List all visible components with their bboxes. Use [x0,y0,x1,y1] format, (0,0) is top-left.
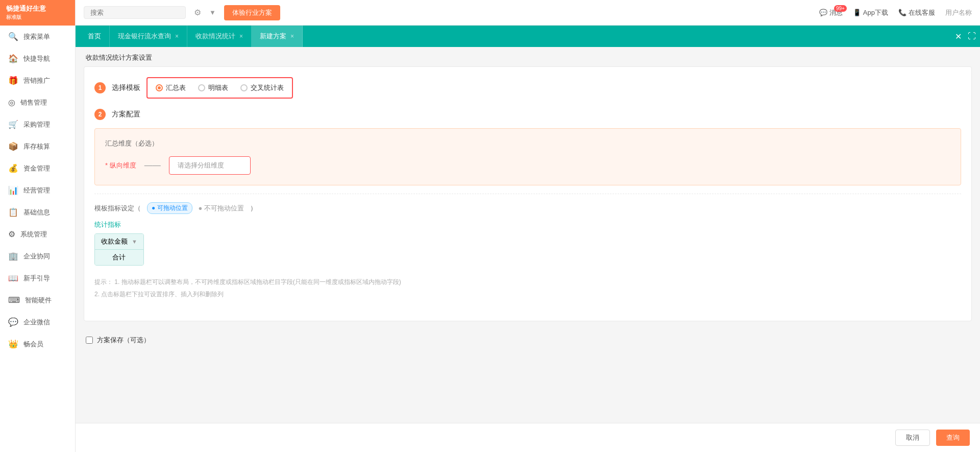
step2-title: 方案配置 [112,110,140,119]
metric-subtag-label: 合计 [112,253,126,261]
sidebar-item-label: 库存核算 [23,142,50,151]
sidebar-item-member[interactable]: 👑 畅会员 [0,333,75,355]
crown-icon: 👑 [8,339,18,349]
tab-close-icon[interactable]: ✕ [955,32,962,41]
breadcrumb: 收款情况统计方案设置 [86,54,152,61]
sidebar-item-marketing[interactable]: 🎁 营销推广 [0,69,75,91]
box-icon: 📦 [8,141,18,151]
tab-new-plan-close[interactable]: × [290,33,294,40]
search-input[interactable] [84,6,186,19]
footer-bar: 取消 查询 [76,423,980,452]
dropdown-icon[interactable]: ▼ [209,9,216,16]
draggable-badge: ● 可拖动位置 [147,202,192,214]
metric-tag-label: 收款金额 [101,237,128,246]
sidebar-item-sales[interactable]: ◎ 销售管理 [0,91,75,113]
sidebar-item-label: 经营管理 [23,186,50,195]
metric-subtag-row[interactable]: 合计 [95,250,143,265]
tab-home-label: 首页 [88,32,101,41]
chat-icon: 💬 [8,317,18,327]
keyboard-icon: ⌨ [8,295,20,305]
sidebar-item-purchase[interactable]: 🛒 采购管理 [0,113,75,135]
sidebar-item-search[interactable]: 🔍 搜索菜单 [0,26,75,47]
step2-num: 2 [94,109,106,120]
sidebar-item-inventory[interactable]: 📦 库存核算 [0,135,75,157]
sidebar-item-label: 采购管理 [23,120,50,129]
list-icon: 📋 [8,207,18,217]
tab-bank-flow[interactable]: 现金银行流水查询 × [110,26,187,47]
user-name: 用户名称 [945,9,972,16]
tab-bank-flow-label: 现金银行流水查询 [118,32,171,41]
top-header: ⚙ ▼ 体验行业方案 💬 消息 99+ 📱 App下载 📞 在线客服 用户名称 [76,0,980,26]
tab-bank-flow-close[interactable]: × [175,33,179,40]
logo-text: 畅捷通好生意 [6,5,46,13]
gift-icon: 🎁 [8,76,18,85]
sidebar-item-label: 智能硬件 [25,296,52,305]
template-options: 汇总表 明细表 交叉统计表 [146,77,293,99]
radio-detail[interactable]: 明细表 [198,83,228,92]
radio-detail-label: 明细表 [208,83,228,92]
sidebar-item-enterprise[interactable]: 🏢 企业协同 [0,245,75,267]
sidebar-item-basic-info[interactable]: 📋 基础信息 [0,201,75,223]
stats-label: 统计指标 [94,220,961,229]
save-section: 方案保存（可选） [76,329,980,351]
message-icon: 💬 [819,9,827,16]
metrics-title-suffix: ） [250,204,257,213]
cancel-button[interactable]: 取消 [895,430,930,446]
trial-button[interactable]: 体验行业方案 [224,5,280,20]
metric-tag-row[interactable]: 收款金额 ▼ [95,234,143,250]
book-icon: 📖 [8,273,18,283]
online-service[interactable]: 📞 在线客服 [898,8,935,17]
chart-icon: 📊 [8,185,18,195]
sidebar-item-label: 系统管理 [20,230,47,239]
tab-new-plan[interactable]: 新建方案 × [252,26,303,47]
tab-home[interactable]: 首页 [80,26,110,47]
hint-title: 提示： 1. 拖动标题栏可以调整布局，不可跨维度或指标区域拖动栏目字段(只能在同… [94,276,961,288]
sidebar-item-label: 营销推广 [23,76,50,85]
dimension-select[interactable]: 请选择分组维度 [169,156,251,175]
money-icon: 💰 [8,163,18,173]
sidebar-item-operations[interactable]: 📊 经营管理 [0,179,75,201]
sidebar-item-funds[interactable]: 💰 资金管理 [0,157,75,179]
sidebar-item-quick-nav[interactable]: 🏠 快捷导航 [0,47,75,69]
sidebar-item-label: 新手引导 [23,274,50,283]
metrics-section: 模板指标设定（ ● 可拖动位置 ● 不可拖动位置 ） 统计指标 [94,194,961,266]
sidebar-item-smart-hw[interactable]: ⌨ 智能硬件 [0,289,75,311]
radio-cross[interactable]: 交叉统计表 [240,83,284,92]
service-icon: 📞 [898,9,906,16]
header-right: 💬 消息 99+ 📱 App下载 📞 在线客服 用户名称 [819,8,972,17]
dimension-title: 汇总维度（必选） [105,139,950,148]
sales-icon: ◎ [8,98,15,107]
tab-payment-stats-close[interactable]: × [239,33,243,40]
hint2: 2. 点击标题栏下拉可设置排序、插入列和删除列 [94,288,961,300]
page-content: 收款情况统计方案设置 1 选择模板 汇总表 明细表 [76,47,980,423]
radio-cross-label: 交叉统计表 [251,83,284,92]
radio-summary[interactable]: 汇总表 [156,83,186,92]
sidebar-item-wechat[interactable]: 💬 企业微信 [0,311,75,333]
cart-icon: 🛒 [8,120,18,129]
radio-summary-label: 汇总表 [166,83,186,92]
tab-payment-stats[interactable]: 收款情况统计 × [187,26,252,47]
draggable-dot: ● [152,204,155,211]
metrics-header: 模板指标设定（ ● 可拖动位置 ● 不可拖动位置 ） [94,202,961,214]
sidebar-item-system[interactable]: ⚙ 系统管理 [0,223,75,245]
save-label: 方案保存（可选） [97,336,150,345]
sidebar: 畅捷通好生意 标准版 🔍 搜索菜单 🏠 快捷导航 🎁 营销推广 ◎ 销售管理 🛒… [0,0,76,452]
settings-icon[interactable]: ⚙ [194,8,201,17]
step2-section: 2 方案配置 汇总维度（必选） * 纵向维度 —— 请选择分组维度 [94,109,961,300]
query-button[interactable]: 查询 [936,430,970,446]
page-header: 收款情况统计方案设置 [76,47,980,66]
app-download[interactable]: 📱 App下载 [853,8,888,17]
sidebar-item-label: 畅会员 [23,340,43,349]
sidebar-item-label: 企业协同 [23,252,50,261]
home-icon: 🏠 [8,54,18,63]
logo-edition: 标准版 [6,14,46,21]
step1-section: 1 选择模板 汇总表 明细表 交叉统计表 [94,77,961,99]
tab-expand-icon[interactable]: ⛶ [968,32,976,41]
sidebar-item-beginner[interactable]: 📖 新手引导 [0,267,75,289]
save-checkbox[interactable] [86,337,93,344]
form-card: 1 选择模板 汇总表 明细表 交叉统计表 [84,66,972,321]
dimension-select-placeholder: 请选择分组维度 [178,161,224,169]
dimension-row: * 纵向维度 —— 请选择分组维度 [105,156,950,175]
sidebar-item-label: 基础信息 [23,208,50,217]
notification-badge[interactable]: 💬 消息 99+ [819,8,843,17]
